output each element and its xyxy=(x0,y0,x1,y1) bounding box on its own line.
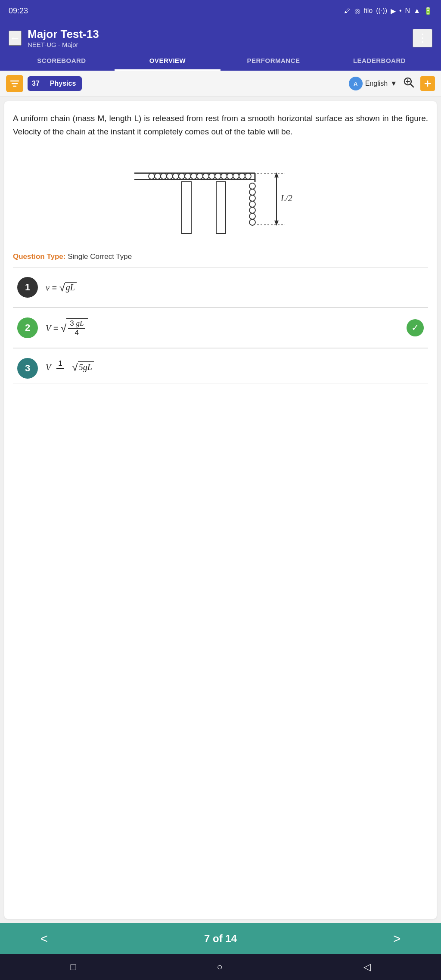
wifi-icon: ▲ xyxy=(413,7,420,15)
status-bar: 09:23 🖊 ◎ filo ((·)) ▶ • N ▲ 🔋 xyxy=(0,0,441,22)
filter-left: 37 Physics xyxy=(6,75,82,92)
tab-overview[interactable]: OVERVIEW xyxy=(115,53,220,71)
option-item-2[interactable]: 2 V = √ 3 gL 4 ✓ xyxy=(13,308,428,348)
option-circle-2: 2 xyxy=(17,317,38,338)
svg-point-22 xyxy=(215,173,221,179)
svg-point-27 xyxy=(245,173,251,179)
android-navigation: □ ○ ◁ xyxy=(0,954,441,980)
svg-point-31 xyxy=(249,189,255,195)
header: ← Major Test-13 NEET-UG - Major ⋮ SCOREB… xyxy=(0,22,441,71)
question-subject-badge: 37 Physics xyxy=(28,76,82,91)
prev-button[interactable]: < xyxy=(0,923,88,954)
chain-diagram-svg: L/2 xyxy=(130,147,311,242)
svg-rect-42 xyxy=(182,182,191,233)
question-card: A uniform chain (mass M, length L) is re… xyxy=(4,101,437,919)
whatsapp-icon: ◎ xyxy=(354,7,360,15)
tab-performance[interactable]: PERFORMANCE xyxy=(220,53,326,71)
tab-leaderboard[interactable]: LEADERBOARD xyxy=(326,53,432,71)
svg-point-33 xyxy=(249,201,255,207)
svg-point-14 xyxy=(167,173,173,179)
play-icon: ▶ xyxy=(391,7,396,15)
signal-icon: ((·)) xyxy=(376,7,387,15)
battery-icon: 🔋 xyxy=(424,7,432,15)
svg-line-4 xyxy=(410,84,413,87)
filter-button[interactable] xyxy=(6,75,23,92)
svg-point-17 xyxy=(185,173,191,179)
more-button[interactable]: ⋮ xyxy=(413,29,432,47)
filter-right: A English ▼ xyxy=(349,76,435,91)
option-circle-1: 1 xyxy=(17,277,38,298)
language-selector[interactable]: A English ▼ xyxy=(349,77,397,90)
question-type-value: Single Correct Type xyxy=(68,252,132,261)
correct-check-icon: ✓ xyxy=(407,319,424,336)
language-label: English xyxy=(365,80,388,87)
zoom-button[interactable] xyxy=(403,77,414,90)
back-button[interactable]: ← xyxy=(9,31,22,46)
option-text-2: V = √ 3 gL 4 xyxy=(46,318,399,337)
svg-point-11 xyxy=(149,173,155,179)
option-circle-3: 3 xyxy=(17,358,38,379)
question-type-label: Question Type: xyxy=(13,252,65,261)
svg-point-30 xyxy=(249,183,255,189)
option-item-1[interactable]: 1 v = √ gL xyxy=(13,268,428,308)
svg-point-25 xyxy=(233,173,239,179)
option-text-3: V 1 √ 5gL xyxy=(46,359,424,377)
tabs-bar: SCOREBOARD OVERVIEW PERFORMANCE LEADERBO… xyxy=(9,53,432,71)
language-icon: A xyxy=(349,77,363,90)
question-number: 37 xyxy=(28,76,44,91)
svg-point-13 xyxy=(161,173,167,179)
option-text-1: v = √ gL xyxy=(46,281,424,293)
svg-point-21 xyxy=(209,173,215,179)
dot-icon: • xyxy=(399,7,402,15)
svg-rect-43 xyxy=(216,182,226,233)
android-back-button[interactable]: ◁ xyxy=(363,961,371,973)
status-time: 09:23 xyxy=(9,6,28,16)
bottom-navigation: < 7 of 14 > xyxy=(0,923,441,954)
svg-point-16 xyxy=(179,173,185,179)
svg-point-20 xyxy=(203,173,209,179)
page-info: 7 of 14 xyxy=(88,933,352,945)
page-title: Major Test-13 xyxy=(28,28,99,41)
subject-label: Physics xyxy=(44,76,82,91)
bookmark-button[interactable] xyxy=(420,76,435,91)
n-icon: N xyxy=(405,7,410,15)
svg-point-19 xyxy=(197,173,203,179)
svg-point-36 xyxy=(249,219,255,225)
page-subtitle: NEET-UG - Major xyxy=(28,41,99,48)
svg-point-18 xyxy=(191,173,197,179)
options-list: 1 v = √ gL 2 V = √ 3 gL 4 xyxy=(13,268,428,383)
android-home-button[interactable]: ○ xyxy=(217,961,222,973)
next-button[interactable]: > xyxy=(353,923,441,954)
option-item-3[interactable]: 3 V 1 √ 5gL xyxy=(13,348,428,383)
notification-icon: 🖊 xyxy=(344,7,351,15)
svg-point-24 xyxy=(227,173,233,179)
tab-scoreboard[interactable]: SCOREBOARD xyxy=(9,53,115,71)
filter-icon xyxy=(10,79,19,88)
zoom-icon xyxy=(403,77,414,88)
language-dropdown-arrow: ▼ xyxy=(390,80,397,87)
android-square-button[interactable]: □ xyxy=(70,961,76,973)
question-type: Question Type: Single Correct Type xyxy=(13,252,428,261)
svg-point-34 xyxy=(249,207,255,213)
svg-point-15 xyxy=(173,173,179,179)
chain-diagram: L/2 xyxy=(13,147,428,242)
svg-point-23 xyxy=(221,173,227,179)
svg-point-32 xyxy=(249,195,255,201)
question-text: A uniform chain (mass M, length L) is re… xyxy=(13,112,428,139)
svg-point-35 xyxy=(249,213,255,219)
app-name: filo xyxy=(364,7,373,15)
header-title-section: Major Test-13 NEET-UG - Major xyxy=(28,28,99,48)
filter-bar: 37 Physics A English ▼ xyxy=(0,71,441,97)
status-icons: 🖊 ◎ filo ((·)) ▶ • N ▲ 🔋 xyxy=(344,7,432,15)
svg-point-12 xyxy=(155,173,161,179)
bookmark-icon xyxy=(423,79,432,88)
svg-point-26 xyxy=(239,173,245,179)
svg-text:L/2: L/2 xyxy=(280,193,292,203)
